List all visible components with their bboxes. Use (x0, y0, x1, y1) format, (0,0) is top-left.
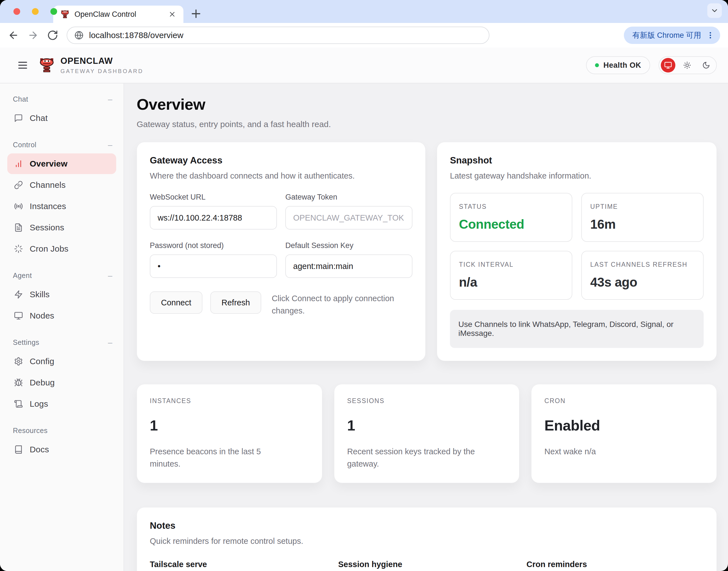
sidebar-item-docs[interactable]: Docs (7, 439, 116, 460)
gateway-access-card: Gateway Access Where the dashboard conne… (137, 142, 426, 361)
file-text-icon (14, 223, 23, 232)
collapse-icon[interactable]: – (108, 339, 112, 347)
close-window-button[interactable] (13, 8, 20, 15)
browser-tab[interactable]: OpenClaw Control (53, 6, 183, 23)
radio-icon (14, 202, 23, 211)
field-password-not-stored-input[interactable] (150, 254, 277, 278)
sidebar-section-agent: Agent–SkillsNodes (7, 267, 116, 326)
zoom-window-button[interactable] (50, 8, 57, 15)
new-tab-button[interactable] (190, 7, 202, 20)
globe-icon (75, 31, 84, 40)
health-dot (595, 63, 599, 67)
snapshot-subtitle: Latest gateway handshake information. (450, 171, 704, 181)
url-input[interactable] (89, 30, 482, 40)
address-bar[interactable] (67, 27, 490, 44)
stat-value: 43s ago (590, 274, 695, 290)
tab-title: OpenClaw Control (75, 10, 163, 19)
collapse-icon[interactable]: – (108, 96, 112, 103)
sidebar-item-debug[interactable]: Debug (7, 372, 116, 393)
sidebar-item-label: Docs (30, 445, 49, 454)
collapse-icon[interactable]: – (108, 141, 112, 149)
reload-button[interactable] (47, 30, 58, 41)
main-content: Overview Gateway status, entry points, a… (124, 84, 728, 571)
tab-search-chevron-button[interactable] (707, 3, 722, 18)
monitor-icon (664, 61, 672, 69)
collapse-icon[interactable]: – (108, 272, 112, 279)
theme-system-button[interactable] (661, 58, 675, 73)
refresh-button[interactable]: Refresh (210, 292, 261, 314)
sidebar-section-control: Control–OverviewChannelsInstancesSession… (7, 137, 116, 259)
snapshot-card: Snapshot Latest gateway handshake inform… (437, 142, 717, 361)
field-gateway-token: Gateway Token (285, 193, 412, 230)
browser-menu-icon[interactable] (706, 31, 715, 39)
stat-card-value: Enabled (544, 417, 704, 434)
stat-label: LAST CHANNELS REFRESH (590, 261, 695, 268)
stat-card-value: 1 (150, 417, 309, 434)
theme-switcher (658, 56, 717, 74)
gateway-access-title: Gateway Access (150, 155, 412, 166)
sidebar-section-chat: Chat–Chat (7, 91, 116, 128)
field-default-session-key: Default Session Key (285, 241, 412, 278)
sidebar-section-label: Agent (13, 271, 32, 279)
sidebar-item-instances[interactable]: Instances (7, 196, 116, 217)
snapshot-stat-status: STATUSConnected (450, 193, 572, 242)
forward-button[interactable] (27, 30, 39, 41)
stat-card-value: 1 (347, 417, 507, 434)
sidebar-section-header-chat[interactable]: Chat– (7, 91, 116, 107)
minimize-window-button[interactable] (32, 8, 39, 15)
sidebar-item-label: Cron Jobs (30, 244, 69, 254)
chevron-down-icon (710, 6, 719, 15)
field-websocket-url-input[interactable] (150, 206, 277, 230)
sidebar-section-header-control[interactable]: Control– (7, 137, 116, 153)
loader-icon (14, 244, 23, 253)
theme-light-button[interactable] (680, 58, 695, 73)
stat-card-cron: CRONEnabledNext wake n/a (531, 384, 717, 483)
moon-icon (702, 61, 710, 69)
sidebar-item-sessions[interactable]: Sessions (7, 217, 116, 238)
sidebar-item-cron-jobs[interactable]: Cron Jobs (7, 238, 116, 259)
field-label: Gateway Token (285, 193, 412, 202)
sidebar-item-label: Sessions (30, 223, 64, 232)
page-subtitle: Gateway status, entry points, and a fast… (137, 120, 717, 129)
sidebar-section-header-settings[interactable]: Settings– (7, 335, 116, 350)
brand-title: OPENCLAW (61, 56, 143, 66)
sidebar-item-overview[interactable]: Overview (7, 153, 116, 174)
sidebar-section-label: Control (13, 141, 36, 149)
note-title: Session hygiene (338, 560, 515, 569)
health-label: Health OK (603, 61, 641, 70)
sidebar-section-label: Chat (13, 95, 28, 103)
stat-label: STATUS (459, 203, 563, 211)
connect-button[interactable]: Connect (150, 292, 202, 314)
browser-window: OpenClaw Control 有新版 Chrome 可用 OPENCLAW … (0, 0, 728, 571)
stat-card-description: Recent session keys tracked by the gatew… (347, 446, 482, 470)
sidebar-section-label: Settings (13, 338, 39, 347)
sidebar-item-logs[interactable]: Logs (7, 393, 116, 414)
app-header: OPENCLAW GATEWAY DASHBOARD Health OK (0, 47, 728, 84)
stat-card-label: INSTANCES (150, 397, 309, 405)
stat-card-description: Presence beacons in the last 5 minutes. (150, 446, 284, 470)
sidebar-item-chat[interactable]: Chat (7, 108, 116, 128)
chrome-update-button[interactable]: 有新版 Chrome 可用 (624, 27, 720, 44)
sidebar-item-label: Skills (30, 290, 49, 299)
page-title: Overview (137, 95, 717, 113)
close-tab-icon[interactable] (168, 10, 176, 18)
theme-dark-button[interactable] (699, 58, 713, 73)
stat-label: UPTIME (590, 203, 695, 211)
stat-card-label: SESSIONS (347, 397, 507, 405)
back-button[interactable] (8, 30, 19, 41)
sidebar-item-channels[interactable]: Channels (7, 175, 116, 195)
book-icon (14, 445, 23, 454)
sidebar-section-header-agent[interactable]: Agent– (7, 267, 116, 283)
stat-label: TICK INTERVAL (459, 261, 563, 268)
field-label: Default Session Key (285, 241, 412, 250)
sidebar-item-nodes[interactable]: Nodes (7, 305, 116, 326)
sidebar-item-label: Overview (30, 159, 68, 168)
field-gateway-token-input[interactable] (285, 206, 412, 230)
stat-card-label: CRON (544, 397, 704, 405)
field-default-session-key-input[interactable] (285, 254, 412, 278)
notes-card: Notes Quick reminders for remote control… (137, 507, 717, 571)
connect-hint: Click Connect to apply connection change… (272, 293, 406, 317)
sidebar-item-config[interactable]: Config (7, 351, 116, 372)
sidebar-toggle-button[interactable] (17, 59, 28, 71)
sidebar-item-skills[interactable]: Skills (7, 284, 116, 305)
